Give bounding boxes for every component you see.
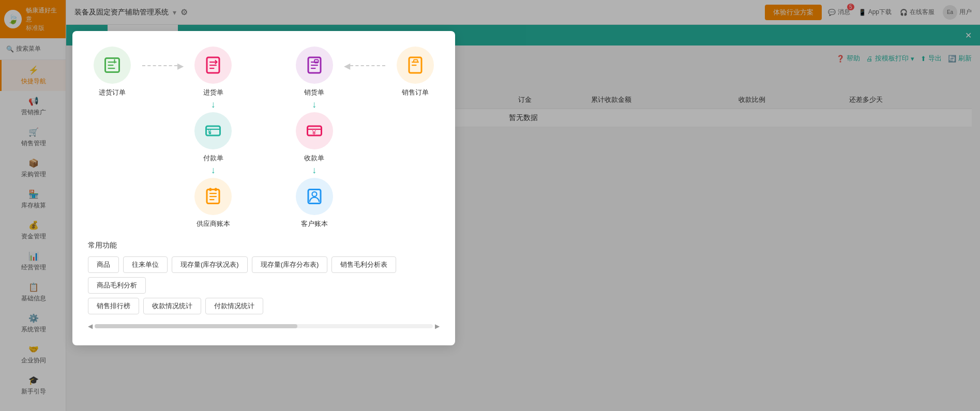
flow-purchase-order: 进货订单 [94, 47, 131, 97]
arrow-1: ▶ [142, 61, 184, 71]
flow-row-3: 供应商账本 客户账本 [88, 178, 440, 229]
scrollbar-track[interactable] [95, 324, 433, 328]
sales-bill-circle[interactable] [296, 47, 333, 84]
arrow-2: ◀ [344, 61, 385, 71]
common-functions-title: 常用功能 [88, 241, 440, 250]
purchase-bill-circle[interactable] [194, 47, 232, 84]
spacer-n [397, 165, 434, 176]
down-arrow-sales-bill: ↓ [296, 99, 333, 110]
modal-overlay[interactable]: 进货订单 ▶ 进货单 [0, 0, 980, 411]
spacer-q [243, 178, 284, 229]
down-arrow-purchase-bill: ↓ [194, 99, 232, 110]
scroll-left-icon[interactable]: ◀ [88, 323, 93, 330]
flow-sales-order: 销售订单 [397, 47, 434, 97]
func-buttons-row2: 销售排行榜 收款情况统计 付款情况统计 [88, 298, 440, 314]
func-btn-sales-profit[interactable]: 销售毛利分析表 [331, 256, 396, 273]
spacer-f [142, 112, 184, 163]
spacer-c [344, 99, 385, 110]
spacer-r [344, 178, 385, 229]
svg-rect-12 [209, 188, 212, 191]
func-btn-sales-rank[interactable]: 销售排行榜 [88, 298, 139, 314]
spacer-l [243, 165, 284, 176]
spacer-m [344, 165, 385, 176]
func-btn-payment-stats[interactable]: 付款情况统计 [205, 298, 263, 314]
flow-supplier-account: 供应商账本 [194, 178, 232, 229]
spacer-d [397, 99, 434, 110]
supplier-account-circle[interactable] [194, 178, 232, 215]
purchase-bill-label: 进货单 [203, 88, 223, 97]
svg-text:¥: ¥ [207, 128, 212, 135]
svg-rect-5 [414, 60, 418, 63]
payment-bill-circle[interactable]: ¥ [194, 112, 232, 149]
func-btn-receipt-stats[interactable]: 收款情况统计 [143, 298, 201, 314]
svg-rect-13 [215, 188, 217, 191]
spacer-p [142, 178, 184, 229]
svg-point-15 [312, 192, 316, 196]
supplier-account-label: 供应商账本 [197, 219, 230, 229]
modal-scrollbar[interactable]: ◀ ▶ [88, 323, 440, 330]
svg-text:¥: ¥ [311, 129, 316, 136]
spacer-i [397, 112, 434, 163]
down-arrow-receipt: ↓ [296, 165, 333, 176]
payment-bill-label: 付款单 [203, 154, 223, 163]
sales-order-circle[interactable] [397, 47, 434, 84]
spacer-b [243, 99, 284, 110]
flow-receipt-bill: ¥ 收款单 [296, 112, 333, 163]
customer-account-label: 客户账本 [301, 219, 328, 229]
func-btn-stock-dist[interactable]: 现存量(库存分布表) [252, 256, 328, 273]
spacer-o [94, 178, 131, 229]
receipt-bill-circle[interactable]: ¥ [296, 112, 333, 149]
sales-order-label: 销售订单 [402, 88, 429, 97]
spacer-k [142, 165, 184, 176]
common-functions-section: 常用功能 商品 往来单位 现存量(库存状况表) 现存量(库存分布表) 销售毛利分… [88, 241, 440, 314]
purchase-order-label: 进货订单 [99, 88, 126, 97]
flow-purchase-bill: 进货单 [194, 47, 232, 97]
flow-sales-bill: 销货单 [296, 47, 333, 97]
down-arrows-row: ↓ ↓ [88, 97, 440, 112]
purchase-order-circle[interactable] [94, 47, 131, 84]
spacer-j [94, 165, 131, 176]
spacer-g [243, 112, 284, 163]
func-btn-product-profit[interactable]: 商品毛利分析 [88, 277, 146, 294]
flow-diagram: 进货订单 ▶ 进货单 [88, 47, 440, 229]
spacer-s [397, 178, 434, 229]
flow-customer-account: 客户账本 [296, 178, 333, 229]
spacer-h [344, 112, 385, 163]
quick-guide-modal: 进货订单 ▶ 进货单 [72, 31, 455, 345]
down-arrow-payment: ↓ [194, 165, 232, 176]
spacer-a [142, 99, 184, 110]
customer-account-circle[interactable] [296, 178, 333, 215]
func-btn-stock-status[interactable]: 现存量(库存状况表) [172, 256, 248, 273]
down-arrows-row-2: ↓ ↓ [88, 163, 440, 178]
down-arrow-purchase [94, 99, 131, 110]
flow-payment-bill: ¥ 付款单 [194, 112, 232, 163]
scrollbar-thumb[interactable] [95, 324, 297, 328]
scroll-right-icon[interactable]: ▶ [435, 323, 440, 330]
flow-row-2: ¥ 付款单 ¥ 收款单 [88, 112, 440, 163]
func-btn-partner[interactable]: 往来单位 [123, 256, 168, 273]
sales-bill-label: 销货单 [304, 88, 324, 97]
func-buttons-row1: 商品 往来单位 现存量(库存状况表) 现存量(库存分布表) 销售毛利分析表 商品… [88, 256, 440, 294]
spacer-e [94, 112, 131, 163]
receipt-bill-label: 收款单 [304, 154, 324, 163]
func-btn-product[interactable]: 商品 [88, 256, 119, 273]
